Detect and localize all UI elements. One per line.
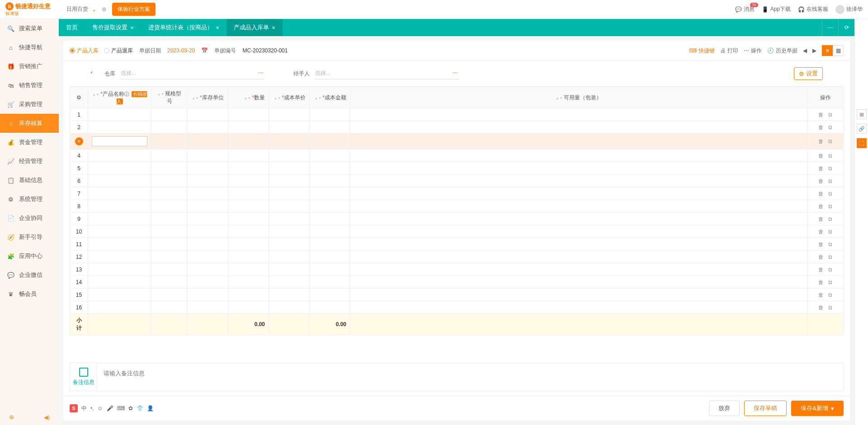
table-row[interactable]: 4🗑⧉ [70,149,844,162]
warehouse-select[interactable]: 选择... ⋯ [120,68,264,79]
sidebar-item-2[interactable]: 🎁营销推广 [0,57,59,76]
tab-1[interactable]: 售价提取设置✕ [85,19,141,36]
table-row[interactable]: 6🗑⧉ [70,175,844,187]
rail-btn-2[interactable]: 🔗 [857,124,867,134]
table-row[interactable]: 8🗑⧉ [70,200,844,213]
copy-row-icon[interactable]: ⧉ [828,229,832,235]
copy-row-icon[interactable]: ⧉ [828,203,832,210]
col-price[interactable]: ▲▼*成本单价 [269,87,310,108]
table-row[interactable]: 9🗑⧉ [70,213,844,225]
copy-row-icon[interactable]: ⧉ [828,124,832,131]
remarks-input[interactable] [97,363,843,391]
sidebar-item-10[interactable]: 📄企业协同 [0,209,59,228]
handler-select[interactable]: 选择... ⋯ [314,68,459,79]
delete-row-icon[interactable]: 🗑 [818,292,824,298]
tab-2[interactable]: 进货单统计表（按商品）✕ [141,19,226,36]
messages-button[interactable]: 💬 消息 70 [735,5,755,13]
shortcut-button[interactable]: ⌨ 快捷键 [689,47,715,55]
delete-row-icon[interactable]: 🗑 [818,153,824,159]
delete-row-icon[interactable]: 🗑 [818,229,824,235]
table-row[interactable]: 2🗑⧉ [70,121,844,134]
delete-row-icon[interactable]: 🗑 [818,216,824,222]
sidebar-item-13[interactable]: 💬企业微信 [0,266,59,285]
col-qty[interactable]: ▲▼*数量 [228,87,269,108]
sidebar-item-6[interactable]: 💰资金管理 [0,133,59,152]
close-icon[interactable]: ✕ [130,25,134,30]
table-row[interactable]: 12🗑⧉ [70,251,844,263]
delete-row-icon[interactable]: 🗑 [818,165,824,172]
save-new-button[interactable]: 保存&新增 ▾ [791,401,844,416]
copy-row-icon[interactable]: ⧉ [828,304,832,311]
discard-button[interactable]: 放弃 [709,401,740,416]
delete-row-icon[interactable]: 🗑 [818,203,824,210]
online-service-button[interactable]: 🎧 在线客服 [798,5,828,13]
tab-refresh-button[interactable]: ⟳ [838,19,854,36]
rail-btn-3[interactable]: ⛶ [857,138,867,148]
operate-button[interactable]: ⋯ 操作 [744,47,762,55]
print-button[interactable]: 🖨 打印 [720,47,738,55]
col-spec[interactable]: ▲▼规格型号 [151,87,188,108]
table-row[interactable]: +🗑⧉ [70,134,844,149]
delete-row-icon[interactable]: 🗑 [818,124,824,131]
sidebar-item-3[interactable]: 🛍销售管理 [0,76,59,95]
product-name-input[interactable] [92,136,147,146]
app-download-button[interactable]: 📱 App下载 [762,5,791,13]
sidebar-item-14[interactable]: ♛畅会员 [0,285,59,304]
sidebar-item-0[interactable]: 🔍搜索菜单 [0,19,59,38]
radio-product-in[interactable]: 产品入库 [70,47,99,55]
table-row[interactable]: 10🗑⧉ [70,225,844,238]
table-row[interactable]: 11🗑⧉ [70,238,844,251]
col-unit[interactable]: ▲▼*库存单位 [188,87,228,108]
delete-row-icon[interactable]: 🗑 [818,279,824,285]
sidebar-item-11[interactable]: 🧭新手引导 [0,228,59,247]
close-icon[interactable]: ✕ [216,25,219,30]
settings-button[interactable]: ⚙ 设置 [794,67,823,80]
copy-row-icon[interactable]: ⧉ [828,138,832,145]
view-list-button[interactable]: ≡ [822,45,833,56]
collapse-icon[interactable]: ◀) [44,414,50,420]
close-icon[interactable]: ✕ [272,25,275,30]
sidebar-item-12[interactable]: 🧩应用中心 [0,247,59,266]
table-row[interactable]: 13🗑⧉ [70,263,844,276]
copy-row-icon[interactable]: ⧉ [828,153,832,159]
tab-minimize-button[interactable]: — [822,19,838,36]
add-row-button[interactable]: + [75,137,83,145]
copy-row-icon[interactable]: ⧉ [828,178,832,184]
copy-row-icon[interactable]: ⧉ [828,191,832,197]
copy-row-icon[interactable]: ⧉ [828,216,832,222]
copy-row-icon[interactable]: ⧉ [828,254,832,260]
sidebar-item-9[interactable]: ⚙系统管理 [0,190,59,209]
tab-0[interactable]: 首页 [59,19,85,36]
table-row[interactable]: 16🗑⧉ [70,301,844,314]
view-grid-button[interactable]: ▦ [833,45,844,56]
sidebar-item-5[interactable]: ⌂库存核算 [0,114,59,133]
copy-row-icon[interactable]: ⧉ [828,241,832,248]
sidebar-item-8[interactable]: 📋基础信息 [0,171,59,190]
experience-button[interactable]: 体验行业方案 [112,3,156,16]
delete-row-icon[interactable]: 🗑 [818,138,824,145]
save-draft-button[interactable]: 保存草稿 [744,401,787,416]
table-row[interactable]: 14🗑⧉ [70,276,844,289]
col-amount[interactable]: ▲▼*成本金额 [310,87,350,108]
copy-row-icon[interactable]: ⧉ [828,279,832,285]
col-available[interactable]: ▲▼可用量（包装） [350,87,807,108]
delete-row-icon[interactable]: 🗑 [818,266,824,273]
col-gear[interactable]: ⚙ [70,87,88,108]
delete-row-icon[interactable]: 🗑 [818,304,824,311]
copy-row-icon[interactable]: ⧉ [828,292,832,298]
next-doc-button[interactable]: ▶ [812,47,816,54]
gear-icon[interactable]: ⚙ [102,6,107,13]
sidebar-item-4[interactable]: 🛒采购管理 [0,95,59,114]
sidebar-item-1[interactable]: ⌂快捷导航 [0,38,59,57]
copy-row-icon[interactable]: ⧉ [828,165,832,172]
table-row[interactable]: 5🗑⧉ [70,162,844,175]
sidebar-item-7[interactable]: 📈经营管理 [0,152,59,171]
rail-btn-1[interactable]: ▦ [857,109,867,119]
tab-3[interactable]: 产成品入库单✕ [226,19,283,36]
table-row[interactable]: 1🗑⧉ [70,108,844,121]
delete-row-icon[interactable]: 🗑 [818,241,824,248]
delete-row-icon[interactable]: 🗑 [818,191,824,197]
delete-row-icon[interactable]: 🗑 [818,254,824,260]
prev-doc-button[interactable]: ◀ [803,47,807,54]
col-product-name[interactable]: ▲▼*产品名称ⓘ 扫码录入 [88,87,151,108]
